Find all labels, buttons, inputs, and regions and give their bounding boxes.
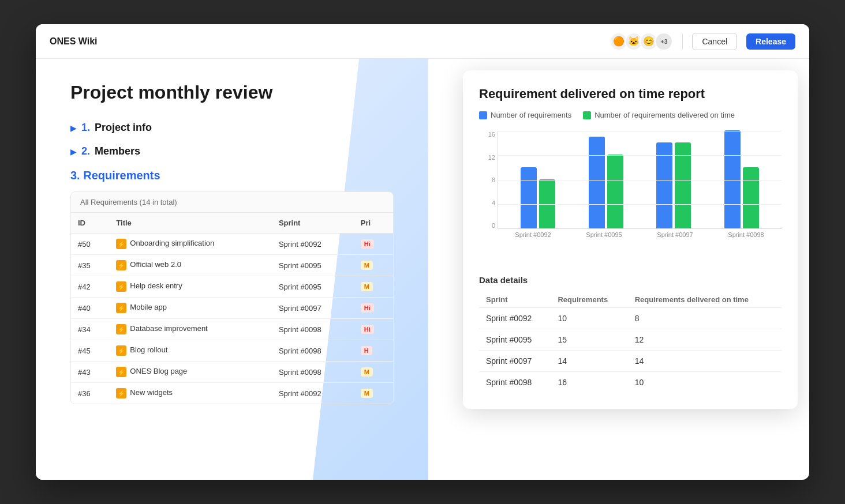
report-panel: Requirement delivered on time report Num… [463, 70, 798, 409]
data-table-row: Sprint #0092 10 8 [479, 308, 782, 329]
req-icon: ⚡ [116, 388, 126, 398]
row-id: #40 [71, 298, 109, 319]
page-title: Project monthly review [70, 82, 394, 103]
req-icon: ⚡ [116, 303, 126, 313]
outline-item-1[interactable]: ▶ 1. Project info [70, 122, 394, 134]
data-row-delivered: 8 [628, 308, 782, 329]
y-label-0: 0 [479, 222, 495, 229]
data-table-row: Sprint #0098 16 10 [479, 372, 782, 393]
data-row-sprint: Sprint #0092 [479, 308, 551, 329]
col-sprint: Sprint [272, 213, 354, 234]
app-window: ONES Wiki 🟠 🐱 😊 +3 Cancel Release Projec… [36, 24, 809, 480]
y-label-16: 16 [479, 131, 495, 138]
bar-group [504, 167, 572, 228]
cancel-button[interactable]: Cancel [692, 33, 737, 50]
x-label: Sprint #0095 [569, 231, 640, 238]
legend-dot-blue [479, 111, 487, 119]
row-sprint: Sprint #0098 [272, 362, 354, 383]
header-right: 🟠 🐱 😊 +3 Cancel Release [613, 32, 795, 51]
requirements-table: ID Title Sprint Pri #50 ⚡Onboarding simp… [71, 213, 393, 404]
row-sprint: Sprint #0098 [272, 340, 354, 362]
row-sprint: Sprint #0092 [272, 383, 354, 404]
outline-arrow-1: ▶ [70, 123, 77, 133]
row-priority: Hi [354, 298, 393, 319]
bar-blue [589, 137, 605, 228]
priority-badge: H [361, 346, 372, 355]
row-priority: Hi [354, 234, 393, 255]
header-divider [682, 33, 683, 50]
data-col-req: Requirements [551, 292, 627, 308]
outline-label-1: Project info [95, 122, 152, 134]
row-id: #43 [71, 362, 109, 383]
outline-number-2: 2. [81, 145, 90, 157]
table-row: #45 ⚡Blog rollout Sprint #0098 H [71, 340, 393, 362]
data-row-req: 16 [551, 372, 627, 393]
data-row-req: 14 [551, 351, 627, 372]
req-icon: ⚡ [116, 260, 126, 270]
app-logo: ONES Wiki [50, 36, 98, 47]
row-title: ⚡Onboarding simplification [109, 234, 272, 255]
row-id: #36 [71, 383, 109, 404]
x-label: Sprint #0092 [498, 231, 569, 238]
table-row: #50 ⚡Onboarding simplification Sprint #0… [71, 234, 393, 255]
data-details-title: Data details [479, 275, 782, 285]
data-col-sprint: Sprint [479, 292, 551, 308]
table-row: #43 ⚡ONES Blog page Sprint #0098 M [71, 362, 393, 383]
row-sprint: Sprint #0095 [272, 276, 354, 298]
legend-label-green: Number of requirements delivered on time [595, 111, 735, 119]
app-header: ONES Wiki 🟠 🐱 😊 +3 Cancel Release [36, 24, 809, 59]
table-row: #34 ⚡Database improvement Sprint #0098 H… [71, 319, 393, 340]
chart-legend: Number of requirements Number of require… [479, 111, 782, 119]
wiki-page: Project monthly review ▶ 1. Project info… [36, 59, 428, 480]
data-row-sprint: Sprint #0097 [479, 351, 551, 372]
requirements-table-title: All Requirements (14 in total) [71, 192, 393, 213]
y-label-12: 12 [479, 154, 495, 161]
data-row-req: 15 [551, 329, 627, 351]
priority-badge: M [361, 367, 373, 377]
priority-badge: Hi [361, 325, 374, 334]
data-col-delivered: Requirements delivered on time [628, 292, 782, 308]
row-sprint: Sprint #0098 [272, 319, 354, 340]
row-title: ⚡Official web 2.0 [109, 255, 272, 276]
table-row: #35 ⚡Official web 2.0 Sprint #0095 M [71, 255, 393, 276]
row-priority: H [354, 340, 393, 362]
col-priority: Pri [354, 213, 393, 234]
data-row-delivered: 10 [628, 372, 782, 393]
avatar-group: 🟠 🐱 😊 +3 [613, 32, 673, 51]
priority-badge: M [361, 389, 373, 398]
row-title: ⚡Help desk entry [109, 276, 272, 298]
table-row: #36 ⚡New widgets Sprint #0092 M [71, 383, 393, 404]
row-id: #45 [71, 340, 109, 362]
chart-area: 0 4 8 12 16 [479, 131, 782, 246]
row-title: ⚡ONES Blog page [109, 362, 272, 383]
row-priority: M [354, 255, 393, 276]
data-row-sprint: Sprint #0095 [479, 329, 551, 351]
data-row-delivered: 12 [628, 329, 782, 351]
priority-badge: Hi [361, 239, 374, 249]
row-priority: M [354, 362, 393, 383]
row-id: #50 [71, 234, 109, 255]
data-table-row: Sprint #0097 14 14 [479, 351, 782, 372]
row-title: ⚡Blog rollout [109, 340, 272, 362]
row-title: ⚡Database improvement [109, 319, 272, 340]
col-title: Title [109, 213, 272, 234]
data-row-req: 10 [551, 308, 627, 329]
row-sprint: Sprint #0092 [272, 234, 354, 255]
req-icon: ⚡ [116, 345, 126, 356]
table-row: #42 ⚡Help desk entry Sprint #0095 M [71, 276, 393, 298]
req-icon: ⚡ [116, 239, 126, 249]
app-body: Project monthly review ▶ 1. Project info… [36, 59, 809, 480]
row-priority: Hi [354, 319, 393, 340]
priority-badge: M [361, 261, 373, 270]
y-label-8: 8 [479, 176, 495, 183]
bar-group [572, 137, 640, 228]
row-sprint: Sprint #0097 [272, 298, 354, 319]
legend-dot-green [583, 111, 591, 119]
row-id: #34 [71, 319, 109, 340]
outline-item-2[interactable]: ▶ 2. Members [70, 145, 394, 157]
data-table-row: Sprint #0095 15 12 [479, 329, 782, 351]
release-button[interactable]: Release [746, 33, 795, 50]
bar-green [607, 155, 623, 228]
requirements-table-container: All Requirements (14 in total) ID Title … [70, 191, 394, 404]
requirements-section: 3. Requirements All Requirements (14 in … [70, 169, 394, 404]
